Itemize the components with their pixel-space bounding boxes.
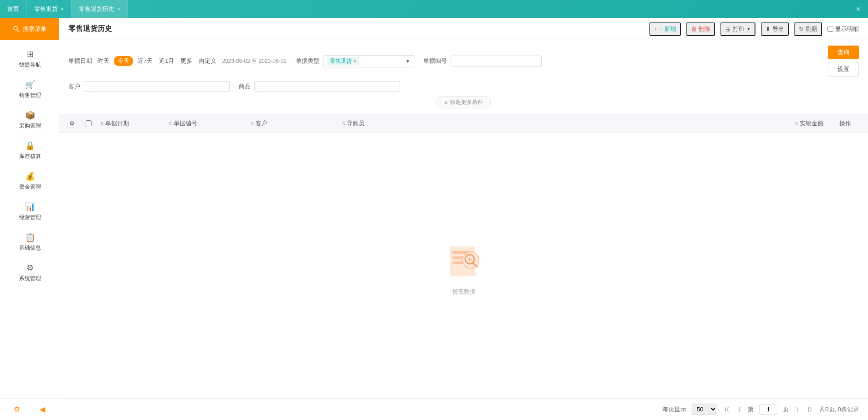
tab-retail-return[interactable]: 零售退货 ×	[27, 0, 72, 18]
date-range-value: 2023-06-02 至 2023-06-02	[222, 57, 286, 65]
sidebar-item-sales-mgmt[interactable]: 🛒 销售管理	[0, 74, 59, 105]
window-close-button[interactable]: ×	[856, 5, 861, 14]
date-yesterday[interactable]: 昨天	[96, 56, 111, 66]
purchase-mgmt-icon: 📦	[25, 110, 35, 120]
th-customer-sort-icon[interactable]: ⇅	[251, 121, 254, 126]
doc-type-tag-remove[interactable]: ×	[353, 58, 356, 64]
print-label: 打印	[733, 25, 745, 33]
refresh-button[interactable]: ↻ 刷新	[794, 22, 822, 36]
th-date: ⇅ 单据日期	[97, 119, 165, 128]
collapse-row: ∧ 收起更多条件	[68, 96, 859, 108]
select-all-checkbox[interactable]	[86, 120, 92, 126]
top-bar-right: ×	[856, 5, 868, 14]
tab-retail-return-history-close[interactable]: ×	[117, 6, 120, 12]
page-label: 第	[748, 405, 754, 414]
customer-select[interactable]: ...	[84, 81, 230, 92]
add-icon: +	[654, 26, 657, 32]
goods-filter: 商品 ...	[239, 81, 400, 92]
doc-type-filter: 单据类型 零售退货 × ▼	[296, 55, 414, 67]
th-guide: ⇅ 导购员	[338, 119, 406, 128]
query-settings-group: 查询 设置	[828, 46, 859, 77]
doc-type-label: 单据类型	[296, 57, 319, 65]
delete-label: 删除	[699, 25, 710, 33]
collapse-button[interactable]: ∧ 收起更多条件	[437, 96, 491, 108]
page-size-select[interactable]: 50 10 20 100	[692, 404, 717, 415]
sidebar-item-quick-nav[interactable]: ⊞ 快捷导航	[0, 44, 59, 74]
date-today[interactable]: 今天	[114, 56, 133, 66]
per-page-label: 每页显示	[663, 405, 686, 414]
customer-label: 客户	[68, 82, 80, 91]
sidebar-search[interactable]: 搜索菜单	[0, 18, 59, 40]
th-docno-sort-icon[interactable]: ⇅	[169, 121, 172, 126]
delete-button[interactable]: 🗑 删除	[686, 22, 715, 36]
next-page-button[interactable]: ⟩	[794, 405, 800, 414]
tab-retail-return-label: 零售退货	[34, 5, 58, 13]
th-amount-sort-icon[interactable]: ⇅	[795, 121, 798, 126]
show-detail-checkbox-label[interactable]: 显示明细	[827, 25, 859, 33]
top-bar: 首页 零售退货 × 零售退货历史 × ×	[0, 0, 868, 18]
sidebar-settings-button[interactable]: ⚙	[14, 405, 20, 414]
doc-no-input[interactable]	[451, 56, 542, 67]
th-docno: ⇅ 单据编号	[165, 119, 247, 128]
th-action-label: 操作	[839, 119, 851, 128]
pagination-bar: 每页显示 50 10 20 100 ⟨⟨ ⟨ 第 页 ⟩ ⟩⟩ 共0页, 0条记…	[59, 398, 868, 420]
sidebar-item-operations-mgmt-label: 经营管理	[19, 214, 41, 221]
sidebar-item-system-mgmt[interactable]: ⚙ 系统管理	[0, 257, 59, 288]
filter-area: 单据日期 昨天 今天 近7天 近1月 更多 自定义 2023-06-02 至 2…	[59, 40, 868, 114]
show-detail-checkbox[interactable]	[827, 26, 833, 32]
sidebar-item-finance-mgmt[interactable]: 💰 资金管理	[0, 166, 59, 196]
th-guide-sort-icon[interactable]: ⇅	[342, 121, 345, 126]
sidebar-item-basic-info-label: 基础信息	[19, 244, 41, 252]
tab-retail-return-history-label: 零售退货历史	[79, 5, 114, 13]
sidebar-item-inventory[interactable]: 🔒 库存核算	[0, 135, 59, 166]
add-button[interactable]: + + 新增	[649, 22, 681, 36]
date-shortcuts: 昨天 今天 近7天 近1月 更多 自定义	[96, 56, 218, 66]
settings-button[interactable]: 设置	[828, 62, 859, 77]
date-more[interactable]: 更多	[179, 56, 194, 66]
refresh-label: 刷新	[806, 25, 817, 33]
filter-row-2: 客户 ... 商品 ...	[68, 81, 859, 92]
doc-type-select[interactable]: 零售退货 × ▼	[323, 55, 414, 67]
settings-icon: ⚙	[69, 120, 75, 127]
doc-type-tag: 零售退货 ×	[327, 57, 359, 66]
page-header: 零售退货历史 + + 新增 🗑 删除 🖨 打印 ▼ ⬆ 导出	[59, 18, 868, 40]
th-settings[interactable]: ⚙	[64, 120, 80, 127]
table-body: 暂无数据	[59, 133, 868, 398]
sidebar-item-sales-mgmt-label: 销售管理	[19, 92, 41, 99]
date-last1m[interactable]: 近1月	[157, 56, 176, 66]
date-filter-label: 单据日期	[68, 57, 92, 65]
query-button[interactable]: 查询	[828, 46, 859, 59]
sidebar-item-operations-mgmt[interactable]: 📊 经营管理	[0, 196, 59, 227]
th-docno-label: 单据编号	[174, 119, 197, 128]
page-number-input[interactable]	[759, 404, 777, 415]
goods-select[interactable]: ...	[254, 81, 400, 92]
goods-label: 商品	[239, 82, 251, 91]
date-custom[interactable]: 自定义	[197, 56, 218, 66]
tab-home[interactable]: 首页	[0, 0, 27, 18]
doc-no-label: 单据编号	[423, 57, 447, 65]
prev-page-button[interactable]: ⟨	[736, 405, 742, 414]
tab-retail-return-close[interactable]: ×	[61, 6, 64, 12]
th-date-sort-icon[interactable]: ⇅	[100, 121, 104, 126]
last-page-button[interactable]: ⟩⟩	[806, 405, 814, 414]
sidebar-item-purchase-mgmt[interactable]: 📦 采购管理	[0, 105, 59, 135]
collapse-label: 收起更多条件	[450, 98, 483, 106]
show-detail-label: 显示明细	[835, 25, 859, 33]
th-checkbox[interactable]	[80, 120, 97, 126]
sidebar-item-basic-info[interactable]: 📋 基础信息	[0, 227, 59, 257]
empty-illustration	[441, 235, 487, 282]
th-guide-label: 导购员	[347, 119, 365, 128]
customer-placeholder: ...	[88, 83, 93, 90]
search-icon	[13, 26, 20, 33]
table-area: ⚙ ⇅ 单据日期 ⇅ 单据编号 ⇅ 客户 ⇅	[59, 114, 868, 398]
date-last7[interactable]: 近7天	[136, 56, 154, 66]
tab-retail-return-history[interactable]: 零售退货历史 ×	[72, 0, 128, 18]
first-page-button[interactable]: ⟨⟨	[723, 405, 731, 414]
sidebar-collapse-button[interactable]: ◀	[40, 405, 45, 414]
sidebar-nav: ⊞ 快捷导航 🛒 销售管理 📦 采购管理 🔒 库存核算 💰 资金管理 📊	[0, 40, 59, 398]
print-button[interactable]: 🖨 打印 ▼	[720, 22, 755, 36]
filter-row-1: 单据日期 昨天 今天 近7天 近1月 更多 自定义 2023-06-02 至 2…	[68, 46, 859, 77]
table-header: ⚙ ⇅ 单据日期 ⇅ 单据编号 ⇅ 客户 ⇅	[59, 114, 868, 133]
export-button[interactable]: ⬆ 导出	[761, 22, 789, 36]
sidebar-search-label: 搜索菜单	[23, 25, 46, 33]
